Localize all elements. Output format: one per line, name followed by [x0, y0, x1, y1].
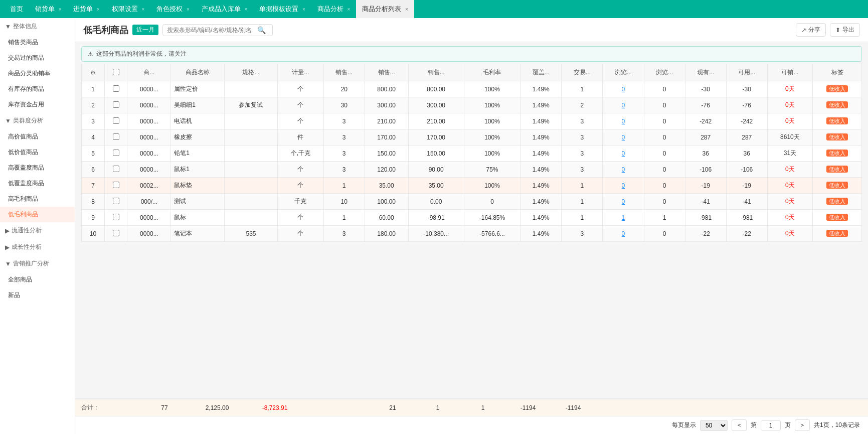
cell-sellable: 8610天 — [767, 129, 812, 146]
cell-browse1[interactable]: 1 — [603, 210, 644, 226]
nav-stock-in[interactable]: 产成品入库单 × — [196, 0, 253, 18]
cell-checkbox[interactable] — [105, 162, 127, 178]
sidebar-item-low-margin[interactable]: 低毛利商品 — [0, 207, 75, 222]
browse1-link[interactable]: 0 — [622, 134, 625, 141]
row-checkbox[interactable] — [113, 150, 119, 156]
cell-gross-margin: 100% — [464, 178, 520, 194]
cell-sellable: 0天 — [767, 226, 812, 242]
prev-page-btn[interactable]: ＜ — [732, 419, 747, 431]
date-badge[interactable]: 近一月 — [132, 25, 158, 35]
cell-browse1[interactable]: 0 — [603, 81, 644, 97]
sidebar-item-new-goods[interactable]: 新品 — [0, 287, 75, 303]
share-button[interactable]: ↗ 分享 — [796, 23, 826, 37]
sidebar-item-low-coverage[interactable]: 低覆盖度商品 — [0, 176, 75, 191]
sidebar-group-overview[interactable]: ▼ 整体信息 — [0, 18, 75, 35]
row-checkbox[interactable] — [113, 198, 119, 204]
row-checkbox[interactable] — [113, 101, 119, 108]
sidebar-item-sales-goods[interactable]: 销售类商品 — [0, 35, 75, 50]
cell-name: 橡皮擦 — [171, 129, 225, 146]
cell-checkbox[interactable] — [105, 146, 127, 162]
nav-analysis-close[interactable]: × — [347, 7, 350, 12]
row-checkbox[interactable] — [113, 85, 119, 92]
nav-permissions[interactable]: 权限设置 × — [106, 0, 150, 18]
share-icon: ↗ — [801, 27, 806, 34]
sidebar-item-high-margin[interactable]: 高毛利商品 — [0, 191, 75, 207]
sidebar-group-liquidity-label: 流通性分析 — [12, 226, 42, 235]
nav-template-close[interactable]: × — [302, 7, 305, 12]
sidebar-item-low-value[interactable]: 低价值商品 — [0, 144, 75, 160]
cell-transaction: 1 — [562, 81, 603, 97]
browse1-link[interactable]: 0 — [622, 118, 625, 125]
sidebar-group-liquidity[interactable]: ▶ 流通性分析 — [0, 222, 75, 239]
row-checkbox[interactable] — [113, 166, 119, 172]
cell-checkbox[interactable] — [105, 226, 127, 242]
sidebar-item-high-value[interactable]: 高价值商品 — [0, 129, 75, 144]
sidebar-group-growth[interactable]: ▶ 成长性分析 — [0, 239, 75, 255]
nav-sales[interactable]: 销货单 × — [29, 0, 67, 18]
browse1-link[interactable]: 0 — [622, 166, 625, 173]
cell-browse1[interactable]: 0 — [603, 113, 644, 129]
nav-analysis-list-close[interactable]: × — [405, 7, 408, 12]
sidebar-item-stocked-goods[interactable]: 有库存的商品 — [0, 81, 75, 97]
nav-roles[interactable]: 角色授权 × — [150, 0, 195, 18]
browse1-link[interactable]: 0 — [622, 102, 625, 109]
nav-purchase[interactable]: 进货单 × — [67, 0, 105, 18]
cell-sales-amount: 170.00 — [408, 129, 464, 146]
col-settings[interactable]: ⚙ — [82, 64, 105, 81]
cell-checkbox[interactable] — [105, 81, 127, 97]
select-all-checkbox[interactable] — [113, 69, 119, 75]
browse1-link[interactable]: 0 — [622, 230, 625, 237]
cell-checkbox[interactable] — [105, 178, 127, 194]
search-icon[interactable]: 🔍 — [257, 26, 266, 34]
sidebar-item-high-coverage[interactable]: 高覆盖度商品 — [0, 160, 75, 176]
nav-permissions-close[interactable]: × — [142, 7, 145, 12]
row-checkbox[interactable] — [113, 230, 119, 236]
sidebar-item-stock-capital[interactable]: 库存资金占用 — [0, 97, 75, 112]
export-button[interactable]: ⬆ 导出 — [830, 23, 860, 37]
row-checkbox[interactable] — [113, 214, 119, 220]
sidebar-group-cluster[interactable]: ▼ 类群度分析 — [0, 112, 75, 129]
nav-purchase-close[interactable]: × — [97, 7, 100, 12]
sidebar-item-all-goods[interactable]: 全部商品 — [0, 272, 75, 287]
per-page-select[interactable]: 50 20 100 — [700, 420, 728, 431]
cell-checkbox[interactable] — [105, 97, 127, 113]
cell-browse2: 0 — [644, 226, 685, 242]
search-input[interactable] — [167, 27, 257, 34]
cell-sales-amount: 0.00 — [408, 194, 464, 210]
cell-transaction: 3 — [562, 162, 603, 178]
browse1-link[interactable]: 0 — [622, 86, 625, 93]
cell-current-stock: -30 — [685, 81, 726, 97]
cell-browse1[interactable]: 0 — [603, 129, 644, 146]
browse1-link[interactable]: 1 — [622, 214, 625, 221]
row-checkbox[interactable] — [113, 133, 119, 140]
row-checkbox[interactable] — [113, 117, 119, 124]
cell-browse1[interactable]: 0 — [603, 226, 644, 242]
nav-sales-close[interactable]: × — [59, 7, 62, 12]
cell-browse1[interactable]: 0 — [603, 178, 644, 194]
nav-roles-close[interactable]: × — [187, 7, 190, 12]
col-checkbox[interactable] — [105, 64, 127, 81]
cell-checkbox[interactable] — [105, 129, 127, 146]
cell-checkbox[interactable] — [105, 194, 127, 210]
nav-template[interactable]: 单据模板设置 × — [253, 0, 311, 18]
sidebar-item-traded-goods[interactable]: 交易过的商品 — [0, 50, 75, 66]
cell-browse1[interactable]: 0 — [603, 97, 644, 113]
row-checkbox[interactable] — [113, 182, 119, 188]
browse1-link[interactable]: 0 — [622, 150, 625, 157]
nav-home[interactable]: 首页 — [4, 0, 29, 18]
page-input[interactable] — [761, 420, 781, 430]
next-page-btn[interactable]: ＞ — [795, 419, 810, 431]
browse1-link[interactable]: 0 — [622, 182, 625, 189]
cell-checkbox[interactable] — [105, 113, 127, 129]
sidebar-item-category-rate[interactable]: 商品分类助销率 — [0, 66, 75, 81]
cell-browse1[interactable]: 0 — [603, 162, 644, 178]
cell-checkbox[interactable] — [105, 210, 127, 226]
browse1-link[interactable]: 0 — [622, 198, 625, 205]
nav-analysis[interactable]: 商品分析 × — [311, 0, 356, 18]
nav-analysis-list[interactable]: 商品分析列表 × — [356, 0, 414, 18]
cell-browse1[interactable]: 0 — [603, 146, 644, 162]
cell-gross-margin: 0 — [464, 194, 520, 210]
nav-stock-in-close[interactable]: × — [245, 7, 248, 12]
sidebar-group-marketing[interactable]: ▼ 营销推广分析 — [0, 255, 75, 272]
cell-browse1[interactable]: 0 — [603, 194, 644, 210]
